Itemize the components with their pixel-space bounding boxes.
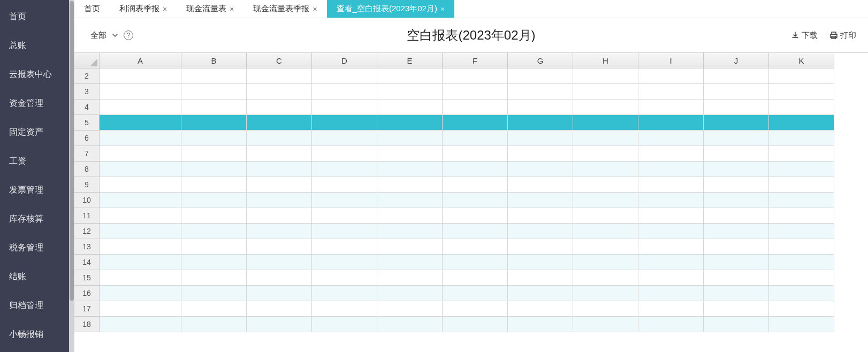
- cell[interactable]: [704, 68, 769, 84]
- cell[interactable]: [704, 224, 769, 239]
- cell[interactable]: [573, 100, 638, 115]
- cell[interactable]: [573, 270, 638, 286]
- cell[interactable]: [312, 84, 377, 100]
- cell[interactable]: [573, 255, 638, 270]
- sidebar-item-inventory[interactable]: 库存核算: [0, 204, 69, 233]
- cell[interactable]: [181, 177, 247, 193]
- cell[interactable]: [573, 131, 638, 146]
- sidebar-item-fixed-assets[interactable]: 固定资产: [0, 118, 69, 147]
- cell[interactable]: [573, 224, 638, 239]
- cell[interactable]: [638, 84, 704, 100]
- cell[interactable]: [638, 239, 704, 255]
- cell[interactable]: [704, 162, 769, 177]
- cell[interactable]: [704, 100, 769, 115]
- cell[interactable]: [181, 162, 247, 177]
- row-header[interactable]: 4: [74, 100, 100, 115]
- cell[interactable]: [377, 68, 443, 84]
- cell[interactable]: [181, 255, 247, 270]
- cell[interactable]: [769, 131, 834, 146]
- cell[interactable]: [247, 301, 312, 317]
- cell[interactable]: [508, 224, 573, 239]
- sidebar-item-closing[interactable]: 结账: [0, 262, 69, 291]
- cell[interactable]: [638, 177, 704, 193]
- column-header[interactable]: D: [312, 53, 377, 68]
- cell[interactable]: [704, 239, 769, 255]
- cell[interactable]: [100, 115, 181, 131]
- sidebar-item-invoice[interactable]: 发票管理: [0, 175, 69, 204]
- cell[interactable]: [508, 286, 573, 301]
- row-header[interactable]: 5: [74, 115, 100, 131]
- cell[interactable]: [100, 146, 181, 162]
- print-button[interactable]: 打印: [829, 30, 856, 41]
- cell[interactable]: [769, 115, 834, 131]
- cell[interactable]: [100, 193, 181, 208]
- help-icon[interactable]: ?: [124, 30, 133, 40]
- cell[interactable]: [638, 193, 704, 208]
- cell[interactable]: [704, 131, 769, 146]
- cell[interactable]: [769, 84, 834, 100]
- sidebar-item-salary[interactable]: 工资: [0, 147, 69, 175]
- row-header[interactable]: 16: [74, 286, 100, 301]
- cell[interactable]: [100, 131, 181, 146]
- cell[interactable]: [638, 301, 704, 317]
- cell[interactable]: [769, 301, 834, 317]
- cell[interactable]: [181, 68, 247, 84]
- cell[interactable]: [377, 208, 443, 224]
- cell[interactable]: [508, 115, 573, 131]
- tab-home[interactable]: 首页: [74, 0, 110, 18]
- cell[interactable]: [508, 270, 573, 286]
- cell[interactable]: [312, 286, 377, 301]
- cell[interactable]: [377, 162, 443, 177]
- cell[interactable]: [247, 177, 312, 193]
- cell[interactable]: [443, 239, 508, 255]
- column-header[interactable]: K: [769, 53, 834, 68]
- cell[interactable]: [443, 131, 508, 146]
- download-button[interactable]: 下载: [791, 30, 818, 41]
- cell[interactable]: [312, 224, 377, 239]
- cell[interactable]: [704, 301, 769, 317]
- cell[interactable]: [377, 146, 443, 162]
- cell[interactable]: [100, 255, 181, 270]
- cell[interactable]: [312, 68, 377, 84]
- cell[interactable]: [247, 255, 312, 270]
- sidebar-item-home[interactable]: 首页: [0, 2, 69, 31]
- cell[interactable]: [638, 224, 704, 239]
- close-icon[interactable]: ×: [230, 5, 234, 13]
- cell[interactable]: [443, 100, 508, 115]
- cell[interactable]: [573, 193, 638, 208]
- row-header[interactable]: 15: [74, 270, 100, 286]
- row-header[interactable]: 9: [74, 177, 100, 193]
- cell[interactable]: [247, 100, 312, 115]
- cell[interactable]: [573, 115, 638, 131]
- column-header[interactable]: I: [638, 53, 704, 68]
- cell[interactable]: [443, 224, 508, 239]
- cell[interactable]: [312, 239, 377, 255]
- cell[interactable]: [377, 177, 443, 193]
- cell[interactable]: [769, 317, 834, 332]
- cell[interactable]: [312, 270, 377, 286]
- column-header[interactable]: A: [100, 53, 181, 68]
- cell[interactable]: [573, 301, 638, 317]
- tab-blank-report[interactable]: 查看_空白报表(2023年02月) ×: [327, 0, 455, 18]
- cell[interactable]: [508, 162, 573, 177]
- cell[interactable]: [704, 177, 769, 193]
- cell[interactable]: [508, 208, 573, 224]
- cell[interactable]: [769, 239, 834, 255]
- sidebar-item-archive[interactable]: 归档管理: [0, 291, 69, 320]
- cell[interactable]: [443, 68, 508, 84]
- cell[interactable]: [769, 100, 834, 115]
- cell[interactable]: [704, 286, 769, 301]
- sidebar-item-report-center[interactable]: 云报表中心: [0, 60, 69, 89]
- cell[interactable]: [247, 162, 312, 177]
- cell[interactable]: [704, 193, 769, 208]
- cell[interactable]: [377, 224, 443, 239]
- cell[interactable]: [377, 84, 443, 100]
- cell[interactable]: [573, 177, 638, 193]
- column-header[interactable]: F: [443, 53, 508, 68]
- cell[interactable]: [247, 131, 312, 146]
- cell[interactable]: [181, 84, 247, 100]
- cell[interactable]: [443, 255, 508, 270]
- cell[interactable]: [769, 162, 834, 177]
- row-header[interactable]: 11: [74, 208, 100, 224]
- cell[interactable]: [181, 208, 247, 224]
